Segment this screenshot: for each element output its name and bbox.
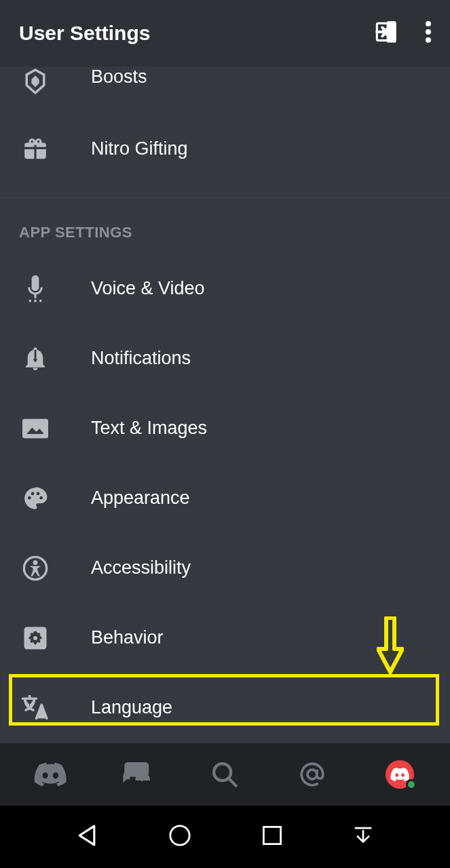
settings-item-appearance[interactable]: Appearance bbox=[0, 463, 450, 533]
nav-recent[interactable] bbox=[263, 826, 282, 848]
nav-home[interactable] bbox=[168, 824, 191, 850]
svg-point-3 bbox=[426, 37, 431, 43]
exit-icon[interactable] bbox=[373, 19, 398, 47]
gear-box-icon bbox=[22, 625, 49, 652]
avatar bbox=[386, 760, 414, 789]
settings-item-nitro-gifting[interactable]: Nitro Gifting bbox=[0, 114, 450, 184]
language-icon bbox=[22, 694, 49, 722]
system-nav-bar bbox=[0, 806, 450, 868]
more-icon[interactable] bbox=[426, 21, 431, 45]
boost-icon bbox=[22, 68, 49, 95]
svg-point-7 bbox=[39, 299, 42, 302]
svg-rect-8 bbox=[35, 350, 37, 359]
status-online-icon bbox=[406, 779, 417, 790]
svg-point-19 bbox=[33, 636, 37, 640]
settings-item-text-images[interactable]: Text & Images bbox=[0, 393, 450, 463]
svg-point-12 bbox=[31, 492, 35, 495]
section-header-app-settings: APP SETTINGS bbox=[0, 198, 450, 254]
gift-icon bbox=[22, 136, 49, 163]
svg-point-9 bbox=[34, 359, 37, 361]
settings-label: Behavior bbox=[91, 627, 164, 648]
svg-line-22 bbox=[229, 779, 236, 786]
settings-item-behavior[interactable]: Behavior bbox=[0, 603, 450, 673]
settings-label: Accessibility bbox=[91, 557, 191, 578]
image-icon bbox=[22, 415, 49, 442]
settings-item-boosts[interactable]: Boosts bbox=[0, 66, 450, 114]
settings-label: Text & Images bbox=[91, 418, 207, 439]
settings-item-language[interactable]: Language bbox=[0, 673, 450, 743]
settings-header: User Settings bbox=[0, 0, 450, 66]
settings-item-accessibility[interactable]: Accessibility bbox=[0, 533, 450, 603]
settings-label: Language bbox=[91, 697, 172, 718]
microphone-icon bbox=[22, 275, 49, 302]
svg-point-14 bbox=[39, 496, 43, 499]
settings-content[interactable]: Boosts Nitro Gifting APP SETTINGS Voice … bbox=[0, 66, 450, 743]
tab-friends[interactable] bbox=[117, 754, 158, 795]
svg-rect-4 bbox=[34, 294, 36, 298]
svg-rect-10 bbox=[22, 418, 48, 438]
page-title: User Settings bbox=[19, 22, 150, 45]
svg-point-5 bbox=[29, 299, 31, 302]
settings-label: Boosts bbox=[91, 66, 147, 87]
settings-item-voice-video[interactable]: Voice & Video bbox=[0, 254, 450, 323]
tab-search[interactable] bbox=[204, 754, 245, 795]
svg-point-20 bbox=[138, 763, 147, 771]
bell-icon bbox=[22, 345, 49, 372]
svg-point-1 bbox=[426, 21, 431, 26]
svg-rect-0 bbox=[388, 22, 395, 42]
settings-label: Notifications bbox=[91, 348, 191, 369]
svg-rect-24 bbox=[264, 827, 281, 844]
svg-point-23 bbox=[170, 826, 189, 845]
nav-dropdown[interactable] bbox=[353, 826, 373, 848]
settings-label: Appearance bbox=[91, 488, 190, 509]
settings-label: Voice & Video bbox=[91, 278, 205, 299]
tab-profile[interactable] bbox=[379, 754, 420, 795]
header-actions bbox=[373, 19, 431, 47]
palette-icon bbox=[22, 485, 49, 512]
tab-mentions[interactable] bbox=[292, 754, 333, 795]
svg-point-2 bbox=[426, 29, 431, 35]
settings-item-notifications[interactable]: Notifications bbox=[0, 323, 450, 393]
svg-point-6 bbox=[34, 299, 37, 302]
nav-back[interactable] bbox=[77, 824, 97, 850]
app-tab-bar bbox=[0, 743, 450, 806]
svg-point-11 bbox=[28, 496, 31, 499]
tab-home[interactable] bbox=[30, 754, 71, 795]
settings-label: Nitro Gifting bbox=[91, 138, 188, 159]
accessibility-icon bbox=[22, 555, 49, 582]
svg-point-16 bbox=[33, 560, 38, 565]
svg-point-13 bbox=[37, 492, 40, 495]
